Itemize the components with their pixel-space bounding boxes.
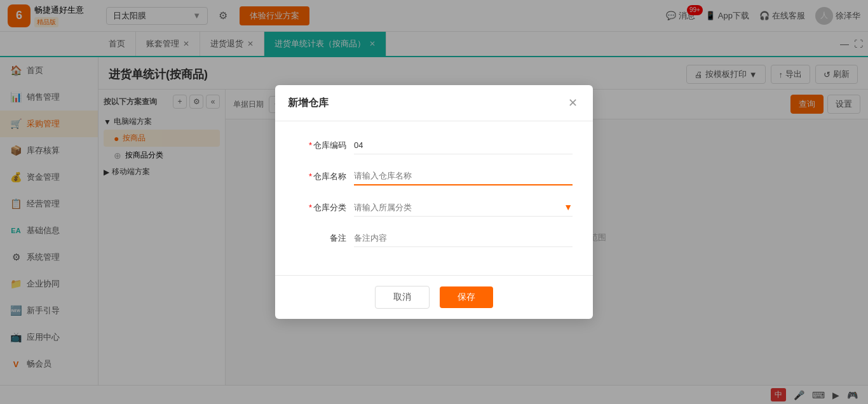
modal-footer: 取消 保存 <box>275 275 593 319</box>
modal-overlay[interactable]: 新增仓库 ✕ 仓库编码 仓库名称 仓库分类 ▼ 备注 <box>0 0 868 404</box>
cancel-button[interactable]: 取消 <box>375 286 430 309</box>
warehouse-name-row: 仓库名称 <box>295 167 573 185</box>
warehouse-category-select[interactable]: ▼ <box>354 198 573 217</box>
warehouse-code-input[interactable] <box>354 137 573 154</box>
warehouse-name-label: 仓库名称 <box>295 171 346 182</box>
warehouse-code-row: 仓库编码 <box>295 137 573 154</box>
modal-body: 仓库编码 仓库名称 仓库分类 ▼ 备注 <box>275 121 593 275</box>
warehouse-category-input[interactable] <box>354 203 564 212</box>
save-button[interactable]: 保存 <box>440 286 493 308</box>
category-dropdown-icon: ▼ <box>564 202 573 212</box>
warehouse-name-input[interactable] <box>354 167 573 185</box>
warehouse-category-row: 仓库分类 ▼ <box>295 198 573 217</box>
modal-header: 新增仓库 ✕ <box>275 85 593 121</box>
modal-title: 新增仓库 <box>288 97 329 110</box>
warehouse-note-label: 备注 <box>295 232 346 244</box>
modal-close-button[interactable]: ✕ <box>565 95 580 111</box>
warehouse-note-row: 备注 <box>295 229 573 247</box>
modal-add-warehouse: 新增仓库 ✕ 仓库编码 仓库名称 仓库分类 ▼ 备注 <box>275 85 593 319</box>
warehouse-category-label: 仓库分类 <box>295 202 346 213</box>
warehouse-note-input[interactable] <box>354 229 573 247</box>
warehouse-code-label: 仓库编码 <box>295 140 346 151</box>
